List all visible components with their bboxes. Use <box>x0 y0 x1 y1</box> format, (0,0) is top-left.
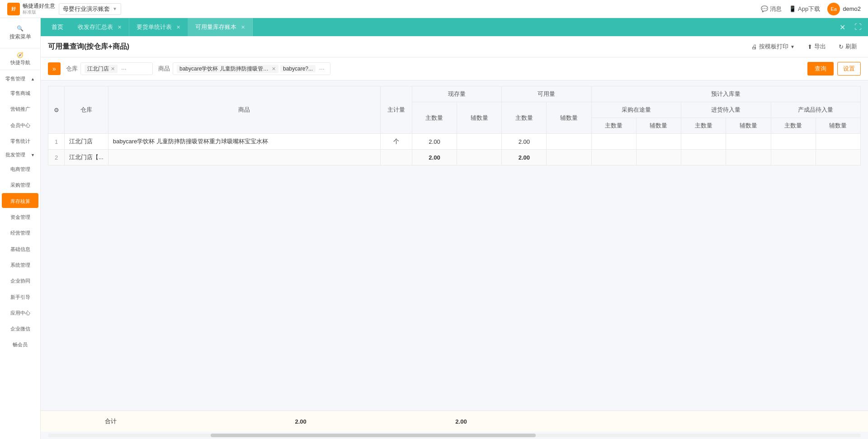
purchase-transit-main-header: 主数量 <box>591 118 636 134</box>
expected-in-col-header: 预计入库量 <box>591 86 860 102</box>
sidebar-item-enterprise[interactable]: 企业协同 <box>2 273 38 288</box>
close-tab-3-icon[interactable]: ✕ <box>241 24 245 30</box>
user-menu[interactable]: Ea demo2 <box>827 3 861 15</box>
sidebar-item-purchase[interactable]: 采购管理 <box>2 177 38 192</box>
sidebar-item-operations[interactable]: 经营管理 <box>2 225 38 240</box>
refresh-icon: ↻ <box>839 43 844 50</box>
sidebar-item-ecommerce[interactable]: 电商管理 <box>2 161 38 176</box>
filter-actions: 查询 设置 <box>807 62 861 76</box>
row-warehouse-1: 江北门店 <box>65 134 108 150</box>
warehouse-input[interactable]: 江北门店 ✕ ··· <box>80 62 153 75</box>
row-purchase-transit-aux-1 <box>636 134 681 150</box>
export-button[interactable]: ⬆ 导出 <box>804 41 830 52</box>
chevron-right-icon: » <box>52 65 56 72</box>
query-button[interactable]: 查询 <box>807 62 834 76</box>
summary-available-aux <box>517 415 566 428</box>
summary-incoming-aux <box>713 415 763 428</box>
remove-product-tag-1[interactable]: ✕ <box>272 66 276 72</box>
print-icon: 🖨 <box>751 43 757 50</box>
avatar: Ea <box>827 3 840 15</box>
sidebar-item-newbie[interactable]: 新手引导 <box>2 289 38 304</box>
production-pending-header: 产成品待入量 <box>771 102 861 118</box>
app-download-button[interactable]: 📱 App下载 <box>789 5 820 13</box>
summary-current-main: 2.00 <box>245 415 356 428</box>
refresh-button[interactable]: ↻ 刷新 <box>835 41 861 52</box>
chevron-down-icon: ▼ <box>113 6 117 11</box>
filter-bar: » 仓库 江北门店 ✕ ··· 商品 babycare学饮杯 儿童防摔防撞吸管杯… <box>41 57 868 80</box>
quick-nav-button[interactable]: 🧭 快捷导航 <box>0 48 40 70</box>
row-incoming-aux-1 <box>726 134 771 150</box>
horizontal-scrollbar[interactable] <box>48 434 861 437</box>
incoming-pending-header: 进货待入量 <box>681 102 771 118</box>
message-button[interactable]: 💬 消息 <box>761 5 782 13</box>
tab-receive-summary[interactable]: 收发存汇总表 ✕ <box>71 18 129 36</box>
sidebar-item-marketing[interactable]: 营销推广 <box>2 101 38 116</box>
product-input[interactable]: babycare学饮杯 儿童防摔防撞吸管杯重力球吸嘴杯宝宝水杯 ✕ babyca… <box>173 62 330 75</box>
row-product-2 <box>108 150 380 165</box>
chevron-down-icon: ▼ <box>31 153 35 157</box>
warehouse-filter: 仓库 江北门店 ✕ ··· <box>66 62 153 75</box>
row-available-main-1: 2.00 <box>502 134 547 150</box>
print-template-button[interactable]: 🖨 按模板打印 ▼ <box>748 41 798 52</box>
settings-button[interactable]: 设置 <box>837 62 861 76</box>
row-current-main-2: 2.00 <box>412 150 457 165</box>
sidebar-item-retail[interactable]: 零售管理 ▲ <box>2 73 38 85</box>
row-purchase-transit-main-1 <box>591 134 636 150</box>
sidebar-item-retail-stats[interactable]: 零售统计 <box>2 133 38 148</box>
summary-current-aux <box>356 415 406 428</box>
sidebar-item-finance[interactable]: 资金管理 <box>2 209 38 224</box>
sidebar-item-system[interactable]: 系统管理 <box>2 257 38 272</box>
sidebar-item-app-center[interactable]: 应用中心 <box>2 305 38 320</box>
sidebar-item-basic[interactable]: 基础信息 <box>2 241 38 256</box>
chevron-up-icon: ▲ <box>31 77 35 81</box>
sidebar-item-vip[interactable]: 畅会员 <box>2 336 38 351</box>
row-num-2: 2 <box>48 150 65 165</box>
tab-home[interactable]: 首页 <box>44 18 71 36</box>
tab-available-inventory[interactable]: 可用量库存账本 ✕ <box>188 18 253 36</box>
close-window-icon[interactable]: ✕ <box>837 23 848 32</box>
industry-selector[interactable]: 母婴行业演示账套 ▼ <box>59 3 121 15</box>
sidebar-item-retail-mall[interactable]: 零售商城 <box>2 85 38 100</box>
row-warehouse-2: 江北门店【... <box>65 150 108 165</box>
summary-empty-3 <box>213 415 245 428</box>
product-more-icon[interactable]: ··· <box>317 65 326 72</box>
chevron-down-icon: ▼ <box>790 44 795 49</box>
maximize-icon[interactable]: ⛶ <box>852 23 864 31</box>
close-tab-1-icon[interactable]: ✕ <box>118 24 122 30</box>
sidebar-item-members[interactable]: 会员中心 <box>2 117 38 132</box>
sidebar-item-inventory[interactable]: 库存核算 <box>2 193 38 208</box>
tab-order-stats[interactable]: 要货单统计表 ✕ <box>129 18 188 36</box>
nav-right-buttons: ✕ ⛶ <box>837 18 864 36</box>
search-menu-button[interactable]: 🔍 搜索菜单 <box>4 23 37 43</box>
current-aux-qty-header: 辅数量 <box>457 102 502 134</box>
product-filter: 商品 babycare学饮杯 儿童防摔防撞吸管杯重力球吸嘴杯宝宝水杯 ✕ bab… <box>158 62 330 75</box>
export-icon: ⬆ <box>807 43 812 50</box>
page-title: 可用量查询(按仓库+商品) <box>48 42 129 52</box>
row-production-aux-1 <box>816 134 860 150</box>
page-header: 可用量查询(按仓库+商品) 🖨 按模板打印 ▼ ⬆ 导出 ↻ 刷新 <box>41 36 868 57</box>
row-current-aux-2 <box>457 150 502 165</box>
row-available-aux-2 <box>547 150 591 165</box>
summary-empty-2 <box>64 415 100 428</box>
sidebar: 🔍 搜索菜单 🧭 快捷导航 零售管理 ▲ 零售商城 营销推广 会员中心 <box>0 18 41 439</box>
scroll-thumb[interactable] <box>211 434 536 437</box>
sidebar-search-section: 🔍 搜索菜单 <box>0 18 40 48</box>
incoming-main-header: 主数量 <box>681 118 726 134</box>
sidebar-menu: 零售管理 ▲ 零售商城 营销推广 会员中心 零售统计 批发管理 ▼ 电商管理 <box>0 70 40 355</box>
remove-warehouse-tag[interactable]: ✕ <box>111 66 115 72</box>
nav-tabs: 首页 收发存汇总表 ✕ 要货单统计表 ✕ 可用量库存账本 ✕ ✕ ⛶ <box>41 18 868 36</box>
warehouse-more-icon[interactable]: ··· <box>119 65 128 72</box>
current-main-qty-header: 主数量 <box>412 102 457 134</box>
settings-col-header[interactable]: ⚙ <box>48 86 65 134</box>
product-tag-2: babycare?... <box>280 65 316 72</box>
available-main-qty-header: 主数量 <box>502 102 547 134</box>
production-aux-header: 辅数量 <box>816 118 860 134</box>
sidebar-item-wechat[interactable]: 企业微信 <box>2 321 38 335</box>
filter-toggle-button[interactable]: » <box>48 62 61 75</box>
row-incoming-main-2 <box>681 150 726 165</box>
sidebar-item-wholesale[interactable]: 批发管理 ▼ <box>2 149 38 161</box>
purchase-transit-aux-header: 辅数量 <box>636 118 681 134</box>
close-tab-2-icon[interactable]: ✕ <box>176 24 180 30</box>
top-bar-left: 好 畅捷通好生意 标准版 母婴行业演示账套 ▼ <box>7 3 121 15</box>
page-header-actions: 🖨 按模板打印 ▼ ⬆ 导出 ↻ 刷新 <box>748 41 861 52</box>
